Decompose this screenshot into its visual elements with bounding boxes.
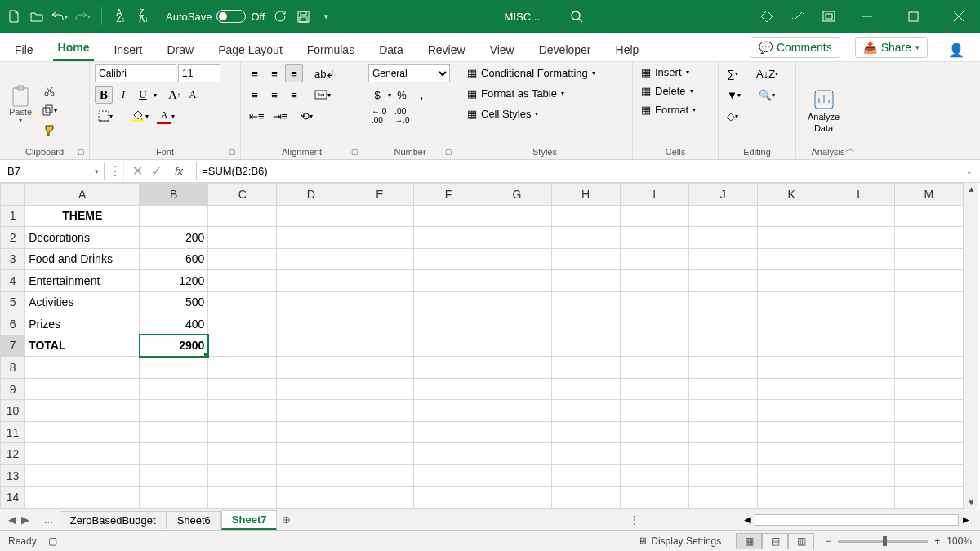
cell-J4[interactable] — [688, 270, 757, 292]
horizontal-scrollbar[interactable] — [755, 514, 959, 526]
cell-C10[interactable] — [208, 400, 277, 422]
column-header-M[interactable]: M — [894, 184, 963, 206]
cell-I1[interactable] — [620, 205, 688, 227]
cell-K12[interactable] — [757, 443, 826, 465]
cell-G5[interactable] — [483, 291, 551, 313]
open-file-icon[interactable] — [29, 9, 44, 24]
tab-review[interactable]: Review — [423, 43, 470, 61]
tab-view[interactable]: View — [485, 43, 519, 61]
cell-E11[interactable] — [345, 421, 414, 443]
sheet-nav-more[interactable]: ... — [38, 513, 60, 526]
merge-button[interactable]: ▾ — [311, 86, 334, 104]
cell-I3[interactable] — [620, 248, 688, 270]
cell-H14[interactable] — [551, 487, 620, 509]
cell-A1[interactable]: THEME — [25, 205, 140, 227]
cell-F12[interactable] — [414, 443, 483, 465]
zoom-level[interactable]: 100% — [947, 535, 972, 547]
cell-D6[interactable] — [277, 313, 345, 335]
cell-J6[interactable] — [688, 313, 757, 335]
cell-G2[interactable] — [483, 227, 551, 249]
shrink-font-button[interactable]: A↓ — [185, 86, 203, 104]
column-header-J[interactable]: J — [688, 184, 757, 206]
cell-F3[interactable] — [414, 248, 483, 270]
cell-E14[interactable] — [345, 487, 414, 509]
cell-C1[interactable] — [208, 205, 277, 227]
cell-M13[interactable] — [894, 464, 963, 487]
conditional-formatting-button[interactable]: ▦Conditional Formatting ▾ — [462, 64, 600, 82]
cell-B5[interactable]: 500 — [140, 291, 208, 313]
cell-B1[interactable] — [140, 205, 208, 227]
cell-H5[interactable] — [551, 291, 620, 313]
cell-A10[interactable] — [25, 400, 140, 422]
cell-H2[interactable] — [551, 227, 620, 249]
redo-icon[interactable]: ▾ — [75, 9, 90, 24]
font-launcher-icon[interactable]: ▢ — [229, 148, 236, 156]
formula-bar[interactable]: =SUM(B2:B6) ⌄ — [196, 162, 978, 180]
cell-L2[interactable] — [826, 227, 894, 249]
cell-B3[interactable]: 600 — [140, 248, 208, 270]
cell-A9[interactable] — [25, 378, 140, 400]
cut-button[interactable] — [38, 82, 60, 100]
cell-C6[interactable] — [208, 313, 277, 335]
cell-B9[interactable] — [140, 378, 208, 400]
row-header-7[interactable]: 7 — [1, 335, 25, 357]
cell-G12[interactable] — [483, 443, 551, 465]
save-icon[interactable] — [296, 9, 310, 24]
tab-draw[interactable]: Draw — [162, 43, 198, 61]
cell-H13[interactable] — [551, 464, 620, 487]
sheet-split-icon[interactable]: ⋮ — [621, 513, 648, 526]
cell-H1[interactable] — [551, 205, 620, 227]
column-header-A[interactable]: A — [25, 184, 140, 206]
sheet-tab-sheet6[interactable]: Sheet6 — [167, 511, 221, 529]
row-header-10[interactable]: 10 — [1, 400, 25, 422]
cell-F8[interactable] — [414, 357, 483, 379]
zoom-out-button[interactable]: − — [826, 535, 831, 547]
cell-D8[interactable] — [277, 357, 345, 379]
undo-icon[interactable]: ▾ — [52, 9, 67, 24]
cell-G9[interactable] — [483, 378, 551, 400]
tab-developer[interactable]: Developer — [534, 43, 596, 61]
cell-D13[interactable] — [277, 464, 345, 487]
autosave-toggle[interactable]: AutoSave Off — [166, 10, 265, 23]
row-header-13[interactable]: 13 — [1, 464, 25, 487]
cell-M10[interactable] — [894, 400, 963, 422]
cell-E3[interactable] — [345, 248, 414, 270]
cell-D11[interactable] — [277, 421, 345, 443]
cell-M8[interactable] — [894, 357, 963, 379]
cell-M5[interactable] — [894, 291, 963, 313]
cell-G4[interactable] — [483, 270, 551, 292]
cell-J3[interactable] — [688, 248, 757, 270]
search-icon[interactable] — [564, 7, 589, 25]
cell-A4[interactable]: Entertainment — [25, 270, 140, 292]
cell-L1[interactable] — [826, 205, 894, 227]
cell-K13[interactable] — [757, 464, 826, 487]
row-header-11[interactable]: 11 — [1, 421, 25, 443]
wrap-text-button[interactable]: ab↲ — [311, 64, 338, 82]
cell-C12[interactable] — [208, 443, 277, 465]
cell-C11[interactable] — [208, 421, 277, 443]
cell-K1[interactable] — [757, 205, 826, 227]
cell-J7[interactable] — [688, 335, 757, 357]
scroll-left-icon[interactable]: ◀ — [740, 515, 755, 524]
align-center-button[interactable]: ≡ — [265, 86, 283, 104]
format-as-table-button[interactable]: ▦Format as Table ▾ — [462, 85, 569, 102]
row-header-6[interactable]: 6 — [1, 313, 25, 335]
sort-filter-button[interactable]: A↓Z ▾ — [753, 64, 782, 82]
cell-J2[interactable] — [688, 227, 757, 249]
minimize-button[interactable] — [853, 4, 882, 29]
cell-I7[interactable] — [620, 335, 688, 357]
cell-G10[interactable] — [483, 400, 551, 422]
cell-A14[interactable] — [25, 487, 140, 509]
cell-L11[interactable] — [826, 421, 894, 443]
display-settings-button[interactable]: 🖥Display Settings — [638, 535, 721, 547]
spreadsheet-grid[interactable]: ABCDEFGHIJKLM1THEME2Decorations2003Food … — [0, 183, 980, 509]
cell-J1[interactable] — [688, 205, 757, 227]
cell-D9[interactable] — [277, 378, 345, 400]
cell-E5[interactable] — [345, 291, 414, 313]
cell-F1[interactable] — [414, 205, 483, 227]
cell-B6[interactable]: 400 — [140, 313, 208, 335]
cell-E2[interactable] — [345, 227, 414, 249]
cell-L12[interactable] — [826, 443, 894, 465]
paste-button[interactable]: Paste ▾ — [5, 82, 36, 140]
cell-G8[interactable] — [483, 357, 551, 379]
